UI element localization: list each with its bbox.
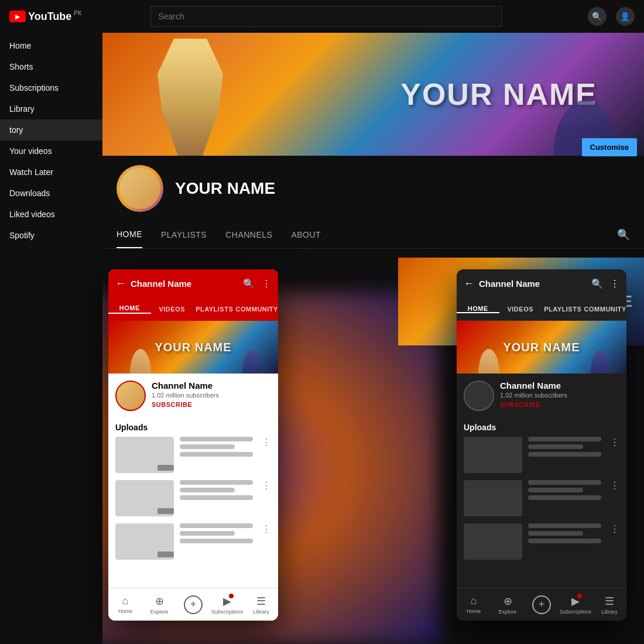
phone-right-nav-home[interactable]: ⌂ Home — [457, 588, 491, 621]
phone-left-tab-home[interactable]: HOME — [108, 304, 151, 314]
phone-left-header-icons: 🔍 ⋮ — [243, 278, 271, 289]
phone-left-library-label: Library — [253, 609, 269, 615]
phone-right-home-label: Home — [467, 608, 481, 614]
tab-search-icon[interactable]: 🔍 — [617, 228, 630, 241]
phone-left-line-1c — [180, 452, 253, 457]
search-icon-btn[interactable]: 🔍 — [588, 7, 607, 26]
phone-left-nav-add[interactable]: + — [176, 588, 210, 621]
phone-left-video-dots-3[interactable]: ⋮ — [262, 523, 271, 535]
phone-right-explore-icon: ⊕ — [503, 595, 512, 608]
sidebar-item-history[interactable]: tory — [0, 119, 102, 141]
phone-left-video-dots-2[interactable]: ⋮ — [262, 480, 271, 491]
logo-area: ▶ YouTube PK — [9, 11, 103, 23]
phone-left-nav-home[interactable]: ⌂ Home — [108, 588, 142, 621]
channel-banner: YOUR NAME — [102, 33, 644, 156]
phone-left-explore-icon: ⊕ — [155, 595, 164, 608]
phone-left-video-dots-1[interactable]: ⋮ — [262, 437, 271, 448]
phone-right-tab-videos[interactable]: VIDEOS — [499, 306, 542, 313]
phone-right-line-1c — [528, 452, 601, 457]
header-icons: 🔍 👤 — [588, 7, 635, 26]
phone-left-more-icon[interactable]: ⋮ — [262, 278, 271, 289]
phone-right-nav-explore[interactable]: ⊕ Explore — [491, 588, 525, 621]
phone-left-tab-community[interactable]: COMMUNITY — [236, 306, 279, 313]
phone-left-avatar — [115, 381, 146, 411]
phone-right-subscribe-btn[interactable]: SUBSCRIBE — [500, 401, 567, 408]
phone-left-search-icon[interactable]: 🔍 — [243, 278, 255, 289]
channel-avatar — [117, 165, 163, 212]
phone-left-subscribe-btn[interactable]: SUBSCRIBE — [152, 401, 219, 408]
phone-right-banner-text: YOUR NAME — [503, 341, 580, 354]
phone-right-video-dots-1[interactable]: ⋮ — [610, 437, 619, 448]
phone-left-explore-label: Explore — [150, 609, 169, 615]
phone-left-thumb-badge-3 — [157, 551, 174, 557]
phone-left-line-1a — [180, 437, 253, 441]
phone-right-more-icon[interactable]: ⋮ — [610, 278, 619, 289]
phone-left-bottom-nav: ⌂ Home ⊕ Explore + ▶ Subscriptions ☰ Lib… — [108, 588, 278, 621]
phone-left-tab-videos[interactable]: VIDEOS — [151, 306, 194, 313]
phone-left-video-3: ⋮ — [115, 523, 271, 560]
phone-left-notification-dot — [229, 594, 234, 598]
sidebar-item-subscriptions[interactable]: Subscriptions — [0, 77, 102, 98]
phone-left-thumb-badge-1 — [157, 465, 174, 471]
sidebar-item-shorts[interactable]: Shorts — [0, 56, 102, 77]
phone-left-line-3c — [180, 539, 253, 543]
phone-right-library-icon: ☰ — [605, 595, 614, 608]
sidebar-item-home[interactable]: Home — [0, 35, 102, 56]
phone-right-nav-add[interactable]: + — [525, 588, 559, 621]
phone-right-nav-library[interactable]: ☰ Library — [592, 588, 626, 621]
sidebar-item-library[interactable]: Library — [0, 98, 102, 119]
phone-left-tab-playlists[interactable]: PLAYLISTS — [193, 306, 236, 313]
phone-right-meta-3 — [528, 523, 619, 546]
phone-left-meta-2 — [180, 480, 271, 503]
tab-about[interactable]: ABOUT — [291, 222, 321, 248]
header: ▶ YouTube PK 🔍 👤 — [0, 0, 644, 33]
phone-right-explore-label: Explore — [499, 609, 517, 615]
phone-right-home-icon: ⌂ — [471, 595, 477, 607]
phone-left-line-2b — [180, 488, 235, 492]
search-bar[interactable] — [150, 6, 502, 27]
customize-button[interactable]: Customise — [582, 138, 637, 156]
phone-left-channel-name-text: Channel Name — [152, 381, 219, 390]
phone-right-line-3c — [528, 539, 601, 543]
tab-playlists[interactable]: PLAYLISTS — [161, 222, 207, 248]
sidebar-item-watch-later[interactable]: Watch Later — [0, 162, 102, 183]
phone-right-nav-subscriptions[interactable]: ▶ Subscriptions — [559, 588, 592, 621]
phone-left-mockup: ← Channel Name 🔍 ⋮ HOME VIDEOS PLAYLISTS… — [108, 269, 278, 621]
sidebar-item-downloads[interactable]: Downloads — [0, 183, 102, 204]
search-input[interactable] — [158, 12, 494, 21]
phone-left-line-3a — [180, 523, 253, 528]
phone-left-nav-explore[interactable]: ⊕ Explore — [142, 588, 176, 621]
phone-right-channel-name-text: Channel Name — [500, 381, 567, 390]
youtube-logo: ▶ YouTube — [9, 11, 71, 23]
sidebar-item-spotify[interactable]: Spotify — [0, 225, 102, 246]
channel-title: YOUR NAME — [175, 179, 630, 198]
phone-right-bottom-nav: ⌂ Home ⊕ Explore + ▶ Subscriptions ☰ Lib… — [457, 588, 626, 621]
youtube-icon: ▶ — [9, 11, 26, 22]
phone-left-banner-fig-left — [126, 324, 155, 374]
sidebar-item-liked-videos[interactable]: Liked videos — [0, 204, 102, 225]
phone-left-back-icon[interactable]: ← — [115, 278, 126, 290]
phone-left-home-icon: ⌂ — [122, 595, 129, 607]
channel-name-area: YOUR NAME — [175, 179, 630, 198]
phone-right-video-dots-3[interactable]: ⋮ — [610, 523, 619, 535]
phone-left-video-1: ⋮ — [115, 437, 271, 473]
phone-right-tab-community[interactable]: COMMUNITY — [584, 306, 627, 313]
phone-right-tab-home[interactable]: HOME — [457, 305, 499, 313]
tab-channels[interactable]: CHANNELS — [225, 222, 272, 248]
phone-left-nav-library[interactable]: ☰ Library — [244, 588, 278, 621]
avatar-icon-btn[interactable]: 👤 — [616, 7, 635, 26]
phone-left-uploads: Uploads ⋮ ⋮ — [108, 418, 278, 560]
phone-right-library-label: Library — [601, 609, 618, 615]
country-label: PK — [74, 10, 81, 16]
phone-right-video-dots-2[interactable]: ⋮ — [610, 480, 619, 491]
phone-right-line-3b — [528, 531, 583, 536]
sidebar-item-your-videos[interactable]: Your videos — [0, 141, 102, 162]
phone-left-nav-subscriptions[interactable]: ▶ Subscriptions — [210, 588, 244, 621]
phone-right-back-icon[interactable]: ← — [464, 278, 474, 290]
banner-figure-left — [132, 39, 249, 156]
phone-right-meta-1 — [528, 437, 619, 460]
tab-home[interactable]: HOME — [117, 221, 142, 248]
phone-right-search-icon[interactable]: 🔍 — [591, 278, 603, 289]
phone-right-banner: YOUR NAME — [457, 321, 626, 374]
phone-right-tab-playlists[interactable]: PLAYLISTS — [542, 306, 584, 313]
